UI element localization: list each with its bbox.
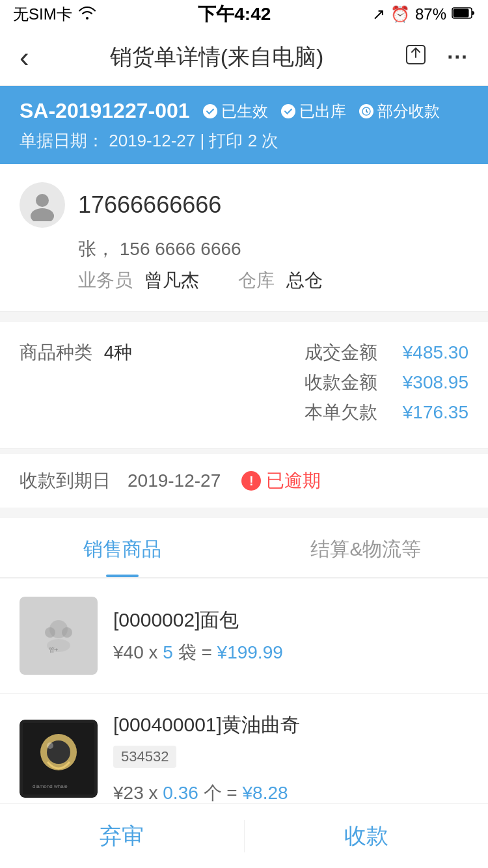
product-qty-2: 0.36 bbox=[163, 783, 198, 803]
svg-point-5 bbox=[31, 208, 54, 221]
carrier-text: 无SIM卡 bbox=[13, 4, 72, 25]
tab-sales-products[interactable]: 销售商品 bbox=[0, 518, 244, 577]
deal-amount-value: ¥485.30 bbox=[390, 342, 468, 363]
svg-rect-1 bbox=[453, 9, 468, 18]
customer-section: 17666666666 张， 156 6666 6666 业务员 曾凡杰 仓库 … bbox=[0, 164, 488, 312]
status-badge-2: 已出库 bbox=[281, 101, 346, 122]
product-details-1: [0000002]面包 ¥40 x 5 袋 = ¥199.99 bbox=[113, 607, 468, 665]
order-date: 2019-12-27 bbox=[109, 131, 195, 150]
avatar bbox=[20, 182, 65, 228]
svg-point-7 bbox=[45, 627, 55, 638]
order-date-row: 单据日期： 2019-12-27 | 打印 2 次 bbox=[20, 129, 468, 152]
page-title: 销货单详情(来自电脑) bbox=[110, 42, 324, 72]
due-date-label: 收款到期日 bbox=[20, 468, 111, 493]
status-badge-1: 已生效 bbox=[203, 101, 268, 122]
overdue-badge: ! 已逾期 bbox=[241, 468, 321, 493]
deal-amount-label: 成交金额 bbox=[305, 340, 377, 365]
warehouse-value: 总仓 bbox=[286, 270, 323, 290]
receipt-amount-row: 收款金额 ¥308.95 bbox=[305, 370, 468, 395]
svg-point-8 bbox=[62, 627, 72, 638]
product-types-label: 商品种类 bbox=[20, 342, 92, 362]
stats-section: 商品种类 4种 成交金额 ¥485.30 收款金额 ¥308.95 本单欠款 ¥… bbox=[0, 322, 488, 449]
products-section: 管+ [0000002]面包 ¥40 x 5 袋 = ¥199.99 bbox=[0, 578, 488, 824]
customer-phone: 156 6666 6666 bbox=[120, 239, 241, 259]
product-item: 管+ [0000002]面包 ¥40 x 5 袋 = ¥199.99 bbox=[0, 578, 488, 694]
status-right: ↗ ⏰ 87% bbox=[372, 5, 475, 23]
overdue-icon: ! bbox=[241, 471, 261, 491]
due-date-value: 2019-12-27 bbox=[128, 470, 221, 491]
salesperson-info: 业务员 曾凡杰 bbox=[78, 268, 199, 293]
salesperson-value: 曾凡杰 bbox=[144, 270, 199, 290]
debt-row: 本单欠款 ¥176.35 bbox=[305, 400, 468, 425]
battery-icon bbox=[452, 5, 475, 23]
bottom-bar: 弃审 收款 bbox=[0, 803, 488, 868]
status-text-3: 部分收款 bbox=[377, 101, 440, 122]
nav-actions: ··· bbox=[404, 43, 468, 72]
svg-text:管+: 管+ bbox=[49, 647, 58, 653]
product-image-2: diamond whale bbox=[20, 720, 98, 798]
status-text-2: 已出库 bbox=[299, 101, 346, 122]
abandon-review-button[interactable]: 弃审 bbox=[0, 808, 244, 864]
product-types: 商品种类 4种 bbox=[20, 340, 132, 365]
product-total-1: ¥199.99 bbox=[217, 642, 283, 662]
tabs-row: 销售商品 结算&物流等 bbox=[0, 518, 488, 578]
print-count: 2 bbox=[248, 131, 257, 150]
svg-text:diamond whale: diamond whale bbox=[33, 783, 68, 789]
product-image-1: 管+ bbox=[20, 597, 98, 675]
check-icon-1 bbox=[203, 104, 217, 118]
product-total-2: ¥8.28 bbox=[242, 783, 288, 803]
product-price-1: ¥40 x 5 袋 = ¥199.99 bbox=[113, 640, 468, 665]
overdue-text: 已逾期 bbox=[266, 468, 321, 493]
product-price-2: ¥23 x 0.36 个 = ¥8.28 bbox=[113, 781, 468, 806]
debt-value: ¥176.35 bbox=[390, 402, 468, 423]
customer-name-phone: 张， 156 6666 6666 bbox=[20, 237, 468, 262]
check-icon-2 bbox=[281, 104, 295, 118]
date-label: 单据日期： bbox=[20, 131, 104, 150]
clock-icon bbox=[359, 104, 373, 118]
more-icon[interactable]: ··· bbox=[447, 45, 468, 69]
product-name-1: [0000002]面包 bbox=[113, 607, 468, 634]
status-time: 下午4:42 bbox=[198, 2, 271, 27]
product-name-2: [000400001]黄油曲奇 bbox=[113, 712, 468, 739]
salesperson-label: 业务员 bbox=[78, 270, 133, 290]
print-suffix: 次 bbox=[262, 131, 278, 150]
receipt-amount-label: 收款金额 bbox=[305, 370, 377, 395]
svg-point-4 bbox=[36, 194, 49, 207]
nav-bar: ‹ 销货单详情(来自电脑) ··· bbox=[0, 29, 488, 86]
back-button[interactable]: ‹ bbox=[20, 41, 29, 74]
warehouse-label: 仓库 bbox=[238, 270, 275, 290]
amounts: 成交金额 ¥485.30 收款金额 ¥308.95 本单欠款 ¥176.35 bbox=[305, 340, 468, 430]
svg-point-14 bbox=[47, 742, 53, 749]
tab-settlement-logistics[interactable]: 结算&物流等 bbox=[244, 518, 488, 577]
order-id: SA-20191227-001 bbox=[20, 99, 190, 123]
due-date-section: 收款到期日 2019-12-27 ! 已逾期 bbox=[0, 449, 488, 508]
debt-label: 本单欠款 bbox=[305, 400, 377, 425]
status-text-1: 已生效 bbox=[221, 101, 268, 122]
share-icon[interactable] bbox=[404, 43, 427, 72]
product-qty-1: 5 bbox=[163, 642, 173, 662]
deal-amount-row: 成交金额 ¥485.30 bbox=[305, 340, 468, 365]
receipt-amount-value: ¥308.95 bbox=[390, 372, 468, 393]
order-banner: SA-20191227-001 已生效 已出库 部分收款 单据日期： 2019-… bbox=[0, 86, 488, 164]
customer-username: 17666666666 bbox=[78, 191, 221, 219]
location-icon: ↗ bbox=[372, 5, 385, 23]
product-sku-2: 534532 bbox=[113, 746, 176, 768]
customer-meta: 业务员 曾凡杰 仓库 总仓 bbox=[20, 268, 468, 293]
warehouse-info: 仓库 总仓 bbox=[238, 268, 323, 293]
collect-payment-button[interactable]: 收款 bbox=[245, 808, 489, 864]
print-label: 打印 bbox=[209, 131, 243, 150]
tabs-section: 销售商品 结算&物流等 bbox=[0, 518, 488, 578]
battery-text: 87% bbox=[415, 5, 446, 23]
status-bar: 无SIM卡 下午4:42 ↗ ⏰ 87% bbox=[0, 0, 488, 29]
product-types-value: 4种 bbox=[104, 342, 133, 362]
status-badge-3: 部分收款 bbox=[359, 101, 440, 122]
customer-name: 张， bbox=[78, 239, 115, 259]
wifi-icon bbox=[77, 5, 97, 23]
product-details-2: [000400001]黄油曲奇 534532 ¥23 x 0.36 个 = ¥8… bbox=[113, 712, 468, 806]
status-left: 无SIM卡 bbox=[13, 4, 97, 25]
alarm-icon: ⏰ bbox=[390, 5, 410, 23]
